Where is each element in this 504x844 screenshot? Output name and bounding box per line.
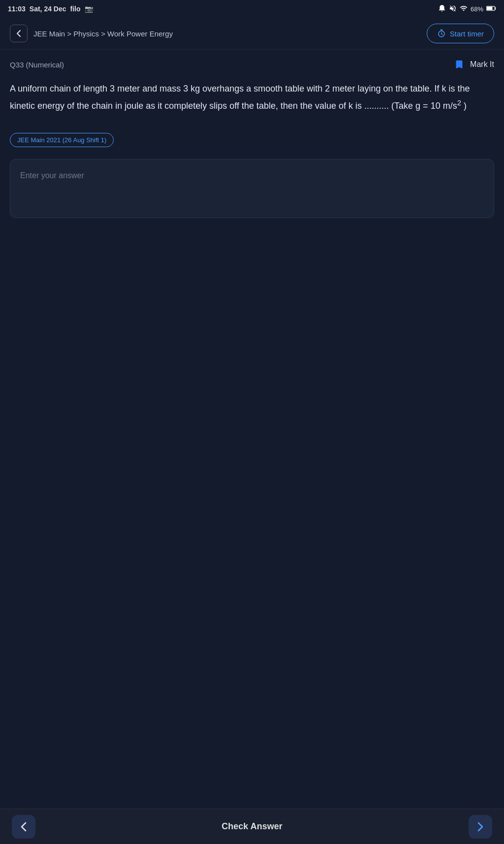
nav-left: JEE Main > Physics > Work Power Energy <box>10 25 173 42</box>
app-name: filo <box>70 5 81 13</box>
time: 11:03 <box>8 5 26 13</box>
answer-section <box>0 147 504 232</box>
battery-text: 68% <box>471 5 483 13</box>
alarm-icon <box>438 4 446 14</box>
mark-it-button[interactable]: Mark It <box>452 58 494 71</box>
next-button[interactable] <box>469 815 492 839</box>
breadcrumb: JEE Main > Physics > Work Power Energy <box>33 30 173 38</box>
question-content: A uniform chain of length 3 meter and ma… <box>0 75 504 123</box>
tag-container: JEE Main 2021 (26 Aug Shift 1) <box>0 133 504 147</box>
navigation-bar: JEE Main > Physics > Work Power Energy S… <box>0 18 504 50</box>
bottom-bar: Check Answer <box>0 809 504 844</box>
timer-icon <box>437 29 446 38</box>
prev-button[interactable] <box>12 815 35 839</box>
bookmark-icon <box>452 58 466 71</box>
question-tag: JEE Main 2021 (26 Aug Shift 1) <box>10 133 114 147</box>
check-answer-button[interactable]: Check Answer <box>221 821 282 832</box>
mute-icon <box>449 4 457 14</box>
battery-icon <box>486 5 496 13</box>
svg-rect-1 <box>487 6 493 10</box>
question-header: Q33 (Numerical) Mark It <box>0 50 504 75</box>
start-timer-label: Start timer <box>450 30 484 38</box>
status-bar: 11:03 Sat, 24 Dec filo 📷 68% <box>0 0 504 18</box>
date: Sat, 24 Dec <box>30 5 66 13</box>
back-button[interactable] <box>10 25 28 42</box>
camera-icon: 📷 <box>85 5 93 13</box>
start-timer-button[interactable]: Start timer <box>427 24 494 43</box>
status-bar-left: 11:03 Sat, 24 Dec filo 📷 <box>8 5 93 13</box>
answer-input[interactable] <box>10 159 494 218</box>
check-answer-label: Check Answer <box>221 821 282 831</box>
status-bar-right: 68% <box>438 4 496 14</box>
signal-icon <box>460 4 468 14</box>
mark-it-label: Mark It <box>470 60 494 69</box>
question-text: A uniform chain of length 3 meter and ma… <box>10 81 494 113</box>
question-label: Q33 (Numerical) <box>10 61 64 69</box>
